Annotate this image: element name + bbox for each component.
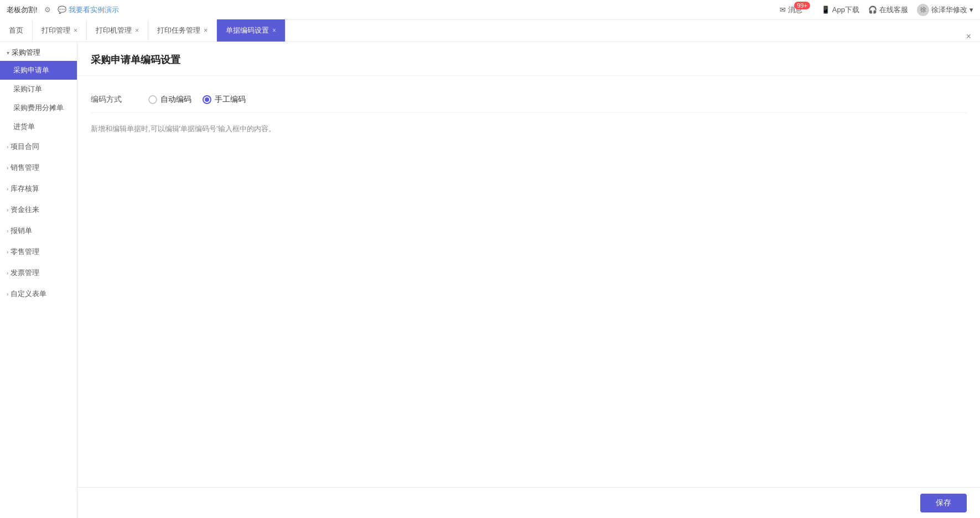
demo-icon: 💬 bbox=[58, 6, 66, 14]
message-badge: 99+ bbox=[794, 2, 810, 9]
chevron-right-icon: › bbox=[7, 291, 8, 297]
tab-print-task-close[interactable]: × bbox=[204, 27, 208, 34]
chevron-down-icon: ▾ bbox=[7, 50, 9, 56]
sidebar-group-inventory[interactable]: › 库存核算 bbox=[0, 178, 77, 199]
chevron-down-icon: ▾ bbox=[969, 6, 973, 14]
sidebar-group-custom-form[interactable]: › 自定义表单 bbox=[0, 283, 77, 304]
sidebar-group-retail[interactable]: › 零售管理 bbox=[0, 241, 77, 262]
radio-auto-circle bbox=[148, 95, 157, 104]
chevron-right-icon: › bbox=[7, 249, 8, 255]
service-icon: 🎧 bbox=[868, 6, 877, 14]
app-download-button[interactable]: 📱 App下载 bbox=[821, 5, 859, 15]
tab-print-mgmt-close[interactable]: × bbox=[74, 27, 77, 34]
chevron-right-icon: › bbox=[7, 270, 8, 276]
tab-bar: 首页 打印管理 × 打印机管理 × 打印任务管理 × 单据编码设置 × × bbox=[0, 20, 980, 42]
user-menu[interactable]: 徐 徐泽华修改 ▾ bbox=[917, 4, 973, 16]
tab-bill-code-label: 单据编码设置 bbox=[226, 25, 269, 35]
encoding-section: 编码方式 自动编码 手工编码 bbox=[91, 87, 967, 113]
tab-home[interactable]: 首页 bbox=[0, 19, 33, 42]
tab-print-mgmt-label: 打印管理 bbox=[42, 25, 70, 35]
message-icon: ✉ bbox=[780, 6, 786, 14]
tab-home-label: 首页 bbox=[9, 25, 23, 35]
sidebar-item-purchase-expense[interactable]: 采购费用分摊单 bbox=[0, 99, 77, 117]
radio-manual-code[interactable]: 手工编码 bbox=[203, 95, 246, 105]
settings-icon[interactable]: ⚙ bbox=[44, 6, 51, 14]
chevron-right-icon: › bbox=[7, 228, 8, 234]
top-bar: 老板勿割! ⚙ 💬 我要看实例演示 ✉ 消息 99+ 📱 App下载 🎧 在线客… bbox=[0, 0, 980, 20]
sidebar-group-sales[interactable]: › 销售管理 bbox=[0, 157, 77, 178]
chevron-right-icon: › bbox=[7, 186, 8, 192]
message-button[interactable]: ✉ 消息 99+ bbox=[780, 5, 802, 15]
tab-bill-code[interactable]: 单据编码设置 × bbox=[217, 19, 286, 42]
content-body: 编码方式 自动编码 手工编码 新增和编辑单据时,可以编辑'单据编码号'输入框中的… bbox=[77, 76, 980, 487]
sidebar-group-purchase: ▾ 采购管理 采购申请单 采购订单 采购费用分摊单 进货单 bbox=[0, 42, 77, 136]
avatar: 徐 bbox=[917, 4, 929, 16]
tab-print-mgmt[interactable]: 打印管理 × bbox=[33, 19, 87, 42]
tab-print-task[interactable]: 打印任务管理 × bbox=[148, 19, 217, 42]
radio-manual-label: 手工编码 bbox=[215, 95, 246, 105]
chevron-right-icon: › bbox=[7, 207, 8, 213]
tab-bar-close[interactable]: × bbox=[957, 32, 980, 42]
save-button[interactable]: 保存 bbox=[920, 494, 967, 512]
main-layout: ▾ 采购管理 采购申请单 采购订单 采购费用分摊单 进货单 › 项目合同 › 销… bbox=[0, 42, 980, 518]
top-bar-right: ✉ 消息 99+ 📱 App下载 🎧 在线客服 徐 徐泽华修改 ▾ bbox=[780, 4, 973, 16]
sidebar-group-purchase-title[interactable]: ▾ 采购管理 bbox=[0, 42, 77, 61]
sidebar-item-purchase-request[interactable]: 采购申请单 bbox=[0, 61, 77, 80]
tab-printer-mgmt[interactable]: 打印机管理 × bbox=[87, 19, 148, 42]
sidebar-group-invoice[interactable]: › 发票管理 bbox=[0, 262, 77, 283]
radio-auto-label: 自动编码 bbox=[160, 95, 191, 105]
encoding-label: 编码方式 bbox=[91, 95, 135, 105]
tab-printer-mgmt-close[interactable]: × bbox=[135, 27, 139, 34]
content-area: 采购申请单编码设置 编码方式 自动编码 手工编码 新增和编辑单据时,可以编辑'单… bbox=[77, 42, 980, 518]
top-bar-left: 老板勿割! ⚙ 💬 我要看实例演示 bbox=[7, 5, 119, 15]
tab-printer-mgmt-label: 打印机管理 bbox=[96, 25, 132, 35]
sidebar-item-purchase-order[interactable]: 采购订单 bbox=[0, 80, 77, 99]
online-service-button[interactable]: 🎧 在线客服 bbox=[868, 5, 908, 15]
encoding-radio-group: 自动编码 手工编码 bbox=[148, 95, 246, 105]
demo-link[interactable]: 💬 我要看实例演示 bbox=[58, 5, 119, 15]
radio-manual-circle bbox=[203, 95, 211, 104]
hint-text: 新增和编辑单据时,可以编辑'单据编码号'输入框中的内容。 bbox=[91, 124, 967, 134]
page-title: 采购申请单编码设置 bbox=[77, 42, 980, 76]
tab-bill-code-close[interactable]: × bbox=[272, 27, 276, 34]
sidebar-item-purchase-in[interactable]: 进货单 bbox=[0, 117, 77, 136]
content-footer: 保存 bbox=[77, 487, 980, 518]
tab-print-task-label: 打印任务管理 bbox=[157, 25, 200, 35]
logo: 老板勿割! bbox=[7, 5, 38, 15]
app-icon: 📱 bbox=[821, 6, 830, 14]
sidebar: ▾ 采购管理 采购申请单 采购订单 采购费用分摊单 进货单 › 项目合同 › 销… bbox=[0, 42, 77, 518]
chevron-right-icon: › bbox=[7, 144, 8, 150]
radio-auto-code[interactable]: 自动编码 bbox=[148, 95, 191, 105]
sidebar-group-returns[interactable]: › 报销单 bbox=[0, 220, 77, 241]
chevron-right-icon: › bbox=[7, 165, 8, 171]
sidebar-group-finance[interactable]: › 资金往来 bbox=[0, 199, 77, 220]
sidebar-group-project[interactable]: › 项目合同 bbox=[0, 136, 77, 157]
